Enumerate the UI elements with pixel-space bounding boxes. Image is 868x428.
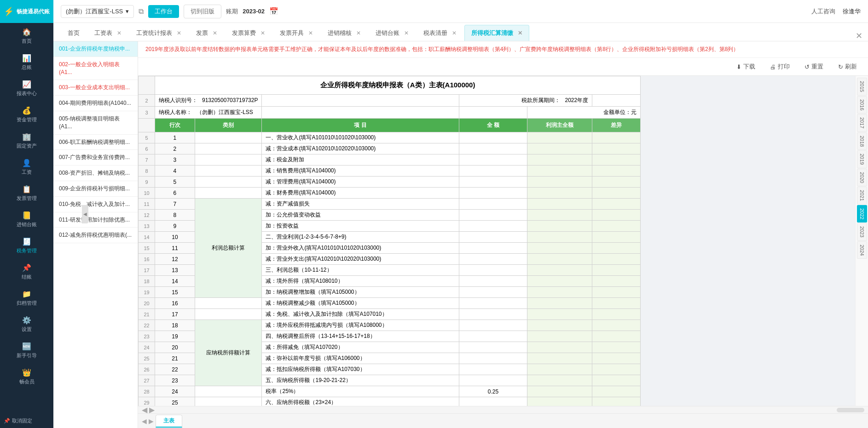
nav-tab-close-8[interactable]: ✕: [452, 30, 457, 36]
diff-cell-23[interactable]: [592, 386, 641, 397]
close-all-tabs-btn[interactable]: ✕: [850, 31, 868, 41]
form-list-item-0[interactable]: 001-企业所得税年度纳税申...: [53, 41, 138, 57]
amount-cell-23[interactable]: 0.25: [459, 386, 527, 397]
profit-cell-14[interactable]: [527, 287, 592, 298]
form-list-item-4[interactable]: 005-纳税调整项目明细表(A1...: [53, 111, 138, 135]
nav-tab-close-4[interactable]: ✕: [260, 30, 265, 36]
sidebar-item-7[interactable]: 📒进销台账: [0, 206, 53, 233]
nav-tab-0[interactable]: 首页: [61, 25, 87, 41]
amount-cell-13[interactable]: [459, 276, 527, 287]
form-list-item-5[interactable]: 006-职工薪酬纳税调整明细...: [53, 135, 138, 150]
form-list-item-7[interactable]: 008-资产折旧、摊销及纳税...: [53, 165, 138, 181]
diff-cell-20[interactable]: [592, 353, 641, 364]
diff-cell-4[interactable]: [592, 177, 641, 188]
amount-cell-18[interactable]: [459, 331, 527, 342]
year-nav-btn-2020[interactable]: 2020: [857, 169, 867, 186]
profit-cell-13[interactable]: [527, 276, 592, 287]
profit-cell-1[interactable]: [527, 143, 592, 154]
profit-cell-6[interactable]: [527, 199, 592, 210]
form-list-item-3[interactable]: 004-期间费用明细表(A1040...: [53, 96, 138, 111]
amount-cell-12[interactable]: [459, 265, 527, 276]
diff-cell-3[interactable]: [592, 165, 641, 177]
amount-cell-7[interactable]: [459, 210, 527, 221]
horizontal-scrollbar[interactable]: ◀ ▶: [138, 406, 868, 413]
profit-cell-7[interactable]: [527, 210, 592, 221]
profit-cell-23[interactable]: [527, 386, 592, 397]
diff-cell-18[interactable]: [592, 331, 641, 342]
amount-cell-8[interactable]: [459, 221, 527, 232]
year-nav-btn-2018[interactable]: 2018: [857, 132, 867, 150]
spreadsheet-container[interactable]: 企业所得税年度纳税申报表（A类）主表(A100000) 2 纳税人识别号： 91…: [138, 76, 855, 406]
profit-cell-15[interactable]: [527, 298, 592, 309]
amount-cell-19[interactable]: [459, 342, 527, 353]
sidebar-item-4[interactable]: 🏢固定资产: [0, 128, 53, 154]
nav-tab-1[interactable]: 工资表✕: [87, 25, 128, 41]
sheet-nav-right[interactable]: ▶: [149, 417, 154, 425]
sidebar-item-11[interactable]: ⚙️设置: [0, 311, 53, 337]
nav-tab-close-3[interactable]: ✕: [213, 30, 217, 36]
diff-cell-14[interactable]: [592, 287, 641, 298]
profit-cell-21[interactable]: [527, 364, 592, 375]
print-button[interactable]: 🖨 打印: [766, 61, 793, 73]
sidebar-item-9[interactable]: 📌结账: [0, 259, 53, 285]
sidebar-item-6[interactable]: 📋发票管理: [0, 180, 53, 206]
amount-cell-21[interactable]: [459, 364, 527, 375]
company-selector[interactable]: (勿删）江西服宝-LSS ▾: [61, 5, 134, 18]
diff-cell-2[interactable]: [592, 154, 641, 165]
profit-cell-12[interactable]: [527, 265, 592, 276]
sidebar-item-3[interactable]: 💰资金管理: [0, 102, 53, 128]
profit-cell-5[interactable]: [527, 188, 592, 199]
amount-cell-15[interactable]: [459, 298, 527, 309]
nav-tab-8[interactable]: 税表清册✕: [417, 25, 463, 41]
form-list-item-2[interactable]: 003-一般企业成本支出明细...: [53, 80, 138, 96]
amount-cell-5[interactable]: [459, 188, 527, 199]
profit-cell-16[interactable]: [527, 309, 592, 320]
amount-cell-14[interactable]: [459, 287, 527, 298]
form-list-item-8[interactable]: 009-企业所得税补亏损明细...: [53, 181, 138, 197]
diff-cell-10[interactable]: [592, 243, 641, 254]
nav-tab-5[interactable]: 发票开具✕: [273, 25, 320, 41]
profit-cell-24[interactable]: [527, 397, 592, 406]
nav-tab-close-5[interactable]: ✕: [308, 30, 313, 36]
sidebar-item-0[interactable]: 🏠首页: [0, 23, 53, 49]
profit-cell-19[interactable]: [527, 342, 592, 353]
form-list-item-1[interactable]: 002-一般企业收入明细表(A1...: [53, 57, 138, 80]
diff-cell-15[interactable]: [592, 298, 641, 309]
profit-cell-11[interactable]: [527, 254, 592, 265]
profit-cell-10[interactable]: [527, 243, 592, 254]
form-list-item-10[interactable]: 011-研发费用加计扣除优惠...: [53, 212, 138, 228]
sidebar-item-12[interactable]: 🆕新手引导: [0, 337, 53, 364]
sheet-nav-left[interactable]: ◀: [142, 417, 147, 425]
diff-cell-9[interactable]: [592, 232, 641, 243]
nav-tab-close-2[interactable]: ✕: [177, 30, 181, 36]
sidebar-item-8[interactable]: 🧾税务管理: [0, 233, 53, 259]
profit-cell-18[interactable]: [527, 331, 592, 342]
collapse-panel-btn[interactable]: ◀: [82, 205, 88, 223]
year-nav-btn-2016[interactable]: 2016: [857, 96, 867, 114]
form-list-item-6[interactable]: 007-广告费和业务宣传费跨...: [53, 150, 138, 165]
sidebar-item-1[interactable]: 📊总账: [0, 49, 53, 75]
nav-tab-close-1[interactable]: ✕: [117, 30, 122, 36]
profit-cell-9[interactable]: [527, 232, 592, 243]
nav-tab-9[interactable]: 所得税汇算清缴✕: [464, 25, 529, 41]
sidebar-item-13[interactable]: 👑畅会员: [0, 364, 53, 390]
amount-cell-3[interactable]: [459, 165, 527, 177]
diff-cell-5[interactable]: [592, 188, 641, 199]
diff-cell-11[interactable]: [592, 254, 641, 265]
year-nav-btn-2017[interactable]: 2017: [857, 114, 867, 131]
year-nav-btn-2021[interactable]: 2021: [857, 187, 867, 204]
amount-cell-20[interactable]: [459, 353, 527, 364]
diff-cell-13[interactable]: [592, 276, 641, 287]
nav-tab-6[interactable]: 进销稽核✕: [321, 25, 368, 41]
amount-cell-6[interactable]: [459, 199, 527, 210]
diff-cell-8[interactable]: [592, 221, 641, 232]
nav-tab-4[interactable]: 发票算费✕: [225, 25, 272, 41]
amount-cell-17[interactable]: [459, 320, 527, 331]
reset-button[interactable]: ↺ 重置: [801, 61, 827, 73]
form-list-item-9[interactable]: 010-免税、减计收入及加计...: [53, 197, 138, 212]
nav-tab-2[interactable]: 工资统计报表✕: [129, 25, 188, 41]
sheet-scroll-handle[interactable]: [837, 408, 864, 412]
diff-cell-6[interactable]: [592, 199, 641, 210]
year-nav-btn-2023[interactable]: 2023: [857, 223, 867, 240]
work-platform-button[interactable]: 工作台: [148, 5, 179, 18]
